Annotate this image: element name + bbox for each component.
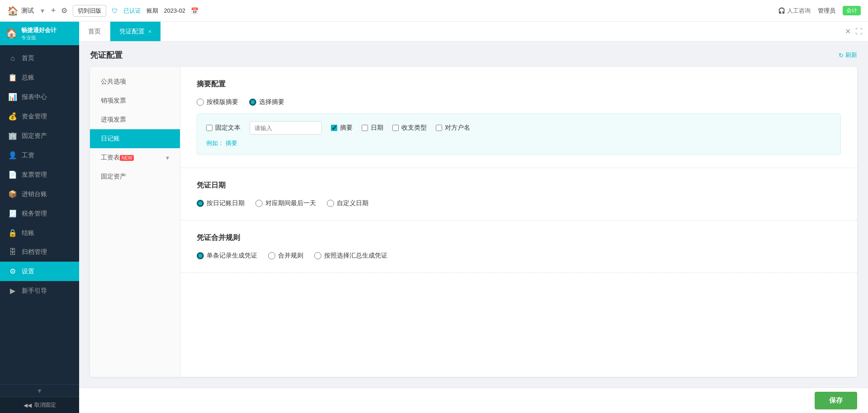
config-nav: 公共选项 销项发票 进项发票 日记账 工资表 NEW ▾	[90, 67, 180, 377]
fixed-text-input[interactable]	[250, 121, 322, 135]
cancel-pin-button[interactable]: ◀◀ 取消固定	[0, 397, 79, 413]
checkbox-abstract[interactable]: 摘要	[331, 124, 353, 132]
top-bar: 🏠 测试 ▼ + ⚙ 切到旧版 🛡 已认证 账期 2023-02 📅 🎧 人工咨…	[0, 0, 868, 22]
guide-icon: ▶	[8, 286, 17, 295]
sidebar-item-close[interactable]: 🔒 结账	[0, 223, 79, 243]
save-button[interactable]: 保存	[815, 392, 857, 409]
sidebar-label-guide: 新手引导	[22, 287, 47, 295]
archive-icon: 🗄	[8, 248, 17, 256]
sidebar-item-trade[interactable]: 📦 进销台账	[0, 184, 79, 204]
config-nav-purchase[interactable]: 进项发票	[90, 110, 180, 129]
date-radio-diary[interactable]: 按日记账日期	[197, 199, 245, 207]
sidebar-item-home[interactable]: ⌂ 首页	[0, 49, 79, 68]
sidebar-label-trade: 进销台账	[22, 190, 47, 198]
config-layout: 公共选项 销项发票 进项发票 日记账 工资表 NEW ▾	[90, 67, 857, 377]
logo-line2: 专业版	[21, 34, 57, 41]
merge-radio-single[interactable]: 单条记录生成凭证	[197, 252, 257, 260]
switch-old-button[interactable]: 切到旧版	[73, 5, 106, 17]
config-nav-diary[interactable]: 日记账	[90, 129, 180, 148]
checkbox-fixed-text[interactable]: 固定文本	[206, 124, 241, 132]
abstract-radio-select[interactable]: 选择摘要	[249, 98, 284, 106]
sidebar-label-assets: 固定资产	[22, 132, 47, 140]
company-chevron-icon[interactable]: ▼	[39, 7, 46, 14]
abstract-options-row: 固定文本 摘要 日期	[206, 121, 831, 135]
section-voucher-date: 凭证日期 按日记账日期 对应期间最后一天	[180, 168, 857, 221]
section-date-title: 凭证日期	[197, 181, 841, 190]
report-icon: 📊	[8, 93, 17, 101]
support-link[interactable]: 🎧 人工咨询	[778, 7, 811, 15]
sidebar-item-archive[interactable]: 🗄 归档管理	[0, 243, 79, 262]
sidebar-label-report: 报表中心	[22, 93, 47, 101]
date-radio-group: 按日记账日期 对应期间最后一天 自定义日期	[197, 199, 841, 207]
abstract-radio-template[interactable]: 按模版摘要	[197, 98, 238, 106]
section-abstract-title: 摘要配置	[197, 80, 841, 89]
sidebar-navigation: ⌂ 首页 📋 总账 📊 报表中心 💰 资金管理 🏢 固定资产 👤 工资	[0, 45, 79, 384]
sidebar-item-tax[interactable]: 🧾 税务管理	[0, 204, 79, 223]
period-label: 账期	[146, 7, 158, 15]
config-nav-public[interactable]: 公共选项	[90, 72, 180, 91]
sidebar-label-capital: 资金管理	[22, 113, 47, 121]
page-content: 凭证配置 ↻ 刷新 公共选项 销项发票 进项发票	[79, 42, 868, 413]
top-bar-right: 🎧 人工咨询 管理员 会计	[778, 6, 861, 15]
verified-icon: 🛡	[112, 7, 118, 14]
date-radio-period-end[interactable]: 对应期间最后一天	[255, 199, 316, 207]
verified-label: 已认证	[123, 7, 141, 15]
logo-line1: 畅捷通好会计	[21, 26, 57, 34]
sidebar-item-invoice[interactable]: 📄 发票管理	[0, 165, 79, 184]
headset-icon: 🎧	[778, 7, 785, 14]
merge-radio-rule[interactable]: 合并规则	[268, 252, 303, 260]
sidebar-label-archive: 归档管理	[22, 248, 47, 256]
invoice-icon: 📄	[8, 170, 17, 179]
tab-close-button[interactable]: ×	[148, 28, 151, 35]
sidebar-item-report[interactable]: 📊 报表中心	[0, 87, 79, 107]
sidebar-item-settings[interactable]: ⚙ 设置	[0, 262, 79, 281]
tab-bar: 首页 凭证配置 × ✕ ⛶	[79, 22, 868, 42]
refresh-button[interactable]: ↻ 刷新	[839, 51, 857, 59]
sidebar-item-ledger[interactable]: 📋 总账	[0, 68, 79, 87]
sidebar-item-assets[interactable]: 🏢 固定资产	[0, 126, 79, 145]
close-period-icon: 🔒	[8, 229, 17, 237]
abstract-config-box: 固定文本 摘要 日期	[197, 113, 841, 155]
tab-bar-actions: ✕ ⛶	[840, 22, 868, 41]
close-tab-button[interactable]: ✕	[845, 27, 851, 36]
checkbox-date[interactable]: 日期	[362, 124, 383, 132]
new-badge: NEW	[120, 155, 134, 161]
bottom-bar: 保存	[79, 388, 868, 413]
sidebar-item-payroll[interactable]: 👤 工资	[0, 145, 79, 165]
sidebar-label-ledger: 总账	[22, 74, 34, 82]
date-radio-custom[interactable]: 自定义日期	[327, 199, 368, 207]
calendar-icon[interactable]: 📅	[191, 7, 198, 14]
sidebar-label-settings: 设置	[22, 268, 34, 276]
add-company-button[interactable]: +	[51, 6, 56, 15]
chevron-down-icon: ▼	[37, 387, 43, 394]
settings-icon: ⚙	[8, 267, 17, 276]
gear-icon[interactable]: ⚙	[61, 6, 67, 15]
page-header: 凭证配置 ↻ 刷新	[79, 42, 868, 67]
capital-icon: 💰	[8, 112, 17, 121]
checkbox-counterpart[interactable]: 对方户名	[436, 124, 470, 132]
home-icon: ⌂	[8, 54, 17, 62]
sidebar-item-capital[interactable]: 💰 资金管理	[0, 107, 79, 126]
sidebar-label-invoice: 发票管理	[22, 171, 47, 179]
sidebar: 🏠 畅捷通好会计 专业版 ⌂ 首页 📋 总账 📊 报表中心 💰 资金管理	[0, 22, 79, 413]
sidebar-logo: 🏠 畅捷通好会计 专业版	[0, 22, 79, 45]
fullscreen-button[interactable]: ⛶	[855, 28, 863, 36]
section-merge-rule: 凭证合并规则 单条记录生成凭证 合并规则	[180, 221, 857, 273]
sidebar-label-tax: 税务管理	[22, 210, 47, 218]
tab-home[interactable]: 首页	[79, 22, 110, 41]
checkbox-income-type[interactable]: 收支类型	[392, 124, 427, 132]
tab-voucher-config[interactable]: 凭证配置 ×	[110, 22, 160, 41]
config-nav-salary[interactable]: 工资表 NEW ▾	[90, 148, 180, 167]
sidebar-label-home: 首页	[22, 54, 34, 62]
user-name[interactable]: 管理员	[818, 7, 835, 15]
merge-radio-group: 单条记录生成凭证 合并规则 按照选择汇总生成凭证	[197, 252, 841, 260]
content-area: 首页 凭证配置 × ✕ ⛶ 凭证配置 ↻ 刷新	[79, 22, 868, 413]
merge-radio-summary[interactable]: 按照选择汇总生成凭证	[314, 252, 387, 260]
config-nav-fixed-assets[interactable]: 固定资产	[90, 167, 180, 186]
sidebar-item-guide[interactable]: ▶ 新手引导	[0, 281, 79, 300]
sidebar-scroll-down[interactable]: ▼	[0, 384, 79, 397]
config-nav-sales[interactable]: 销项发票	[90, 91, 180, 110]
tax-icon: 🧾	[8, 209, 17, 218]
period-value: 2023-02	[164, 7, 185, 14]
assets-icon: 🏢	[8, 131, 17, 140]
